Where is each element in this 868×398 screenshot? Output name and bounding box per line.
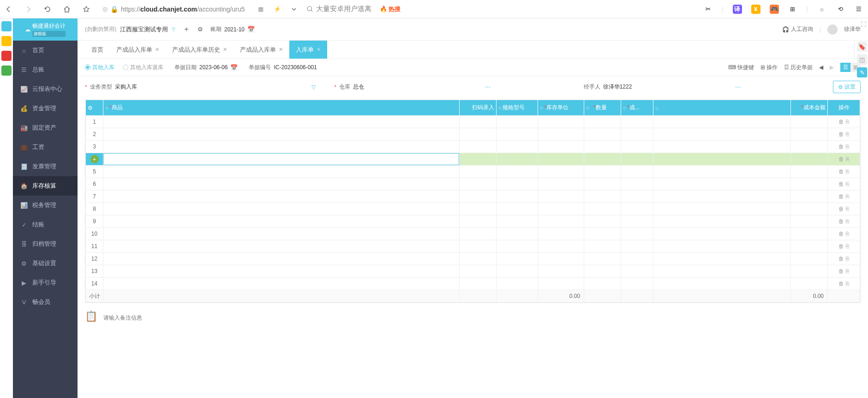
game-ext-icon[interactable]: 🎮 — [770, 5, 779, 14]
browser-toolbar: ◎ 🔒 https://cloud.chanjet.com/accounting… — [0, 0, 868, 18]
back-icon[interactable] — [5, 5, 13, 13]
flame-icon: 🔥 — [380, 6, 387, 12]
favorite-icon[interactable] — [82, 5, 90, 13]
translate-ext-icon[interactable]: 译 — [733, 5, 742, 14]
coin-ext-icon[interactable]: ¥ — [751, 5, 760, 14]
address-bar[interactable]: ◎ 🔒 https://cloud.chanjet.com/accounting… — [99, 4, 248, 15]
browser-search[interactable]: 大量安卓用户逃离 — [306, 5, 371, 13]
ext-divider: | — [722, 6, 723, 12]
ext-divider-2: | — [807, 6, 808, 12]
flash-icon[interactable]: ⚡ — [273, 5, 281, 13]
url-text: https://cloud.chanjet.com/accounting/uru… — [121, 6, 245, 13]
undo-icon[interactable]: ⟲ — [836, 5, 845, 14]
apps-icon[interactable]: ⊞ — [788, 5, 797, 14]
scissors-icon[interactable]: ✂ — [703, 5, 712, 14]
shield-icon: ◎ — [102, 6, 108, 12]
browser-extensions: ✂ | 译 ¥ 🎮 ⊞ | ☼ ⟲ ☰ — [703, 5, 863, 14]
forward-icon[interactable] — [24, 5, 32, 13]
search-icon — [306, 6, 313, 12]
qr-icon[interactable]: ▦ — [257, 5, 265, 13]
lock-icon: 🔒 — [110, 6, 118, 13]
search-placeholder: 大量安卓用户逃离 — [316, 5, 371, 13]
nav-buttons — [5, 5, 90, 13]
chevron-down-icon[interactable] — [290, 5, 298, 13]
reload-icon[interactable] — [43, 5, 52, 13]
theme-icon[interactable]: ☼ — [817, 5, 826, 14]
home-icon[interactable] — [63, 5, 71, 13]
trend-label: 热搜 — [389, 5, 401, 13]
svg-point-0 — [307, 6, 311, 11]
trending-badge[interactable]: 🔥 热搜 — [380, 5, 401, 13]
menu-icon[interactable]: ☰ — [854, 5, 863, 14]
